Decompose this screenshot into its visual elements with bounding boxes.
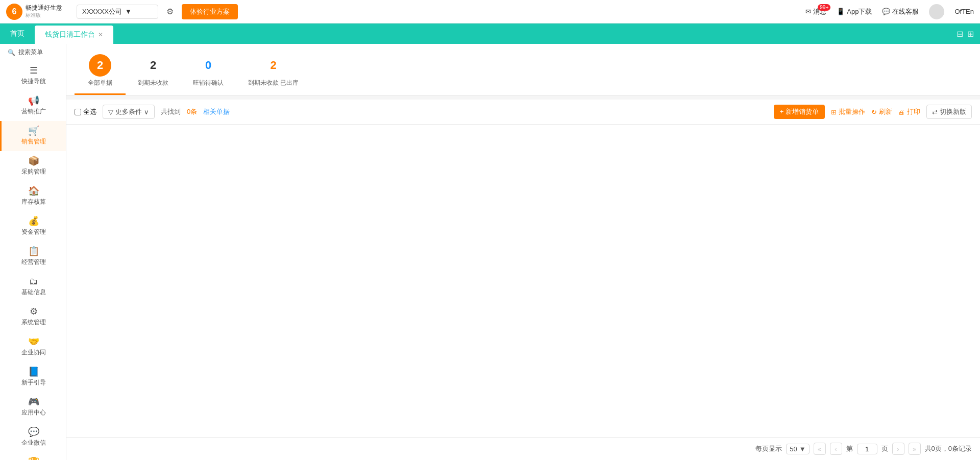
enterprise-icon: 🤝 [28,337,39,346]
wechat-icon: 💬 [28,427,39,437]
tab-close-icon[interactable]: ✕ [98,31,103,38]
select-all-input[interactable] [75,109,81,115]
sidebar-search[interactable]: 🔍 搜索菜单 [0,44,66,61]
print-button[interactable]: 🖨 打印 [898,107,920,116]
sidebar-item-label: 采购管理 [21,167,46,176]
management-icon: 📋 [28,247,39,256]
sidebar-item-label: 新手引导 [21,378,46,387]
sidebar-item-basics[interactable]: 🗂 基础信息 [0,272,66,302]
marketing-icon: 📢 [28,96,39,105]
user-name: OfTEn [954,8,974,15]
stat-tab-pending[interactable]: 0 旺辅待确认 [181,50,236,95]
first-page-button[interactable]: « [814,443,826,455]
tab-home-label: 首页 [10,29,24,38]
stat-tab-shipped[interactable]: 2 到期未收款 已出库 [236,50,311,95]
select-all-label: 全选 [83,107,96,116]
tab-workbench[interactable]: 钱货日清工作台 ✕ [35,26,113,44]
batch-button[interactable]: ⊞ 批量操作 [831,107,865,116]
tab-minimize-icon[interactable]: ⊟ [957,29,963,39]
batch-label: 批量操作 [839,107,865,116]
download-icon: 📱 [837,8,845,15]
tab-bar: 首页 钱货日清工作台 ✕ ⊟ ⊞ [0,23,980,44]
prev-page-button[interactable]: ‹ [830,443,842,455]
refresh-icon: ↻ [871,108,877,116]
sales-icon: 🛒 [28,126,39,135]
company-name: XXXXXX公司 [82,7,122,16]
toolbar: 全选 ▽ 更多条件 ∨ 共找到 0条 相关单据 + 新增销货单 ⊞ 批量操作 ↻… [66,100,980,125]
tab-home[interactable]: 首页 [0,23,35,44]
pagination: 每页显示 50 ▼ « ‹ 第 页 › » 共0页，0条记录 [66,437,980,460]
app-download-button[interactable]: 📱 App下载 [837,7,872,16]
sidebar-item-enterprise[interactable]: 🤝 企业协同 [0,332,66,362]
related-link[interactable]: 相关单据 [203,107,230,116]
refresh-label: 刷新 [879,107,892,116]
company-selector[interactable]: XXXXXX公司 ▼ [77,5,158,19]
header-right: ✉ 消息 99+ 📱 App下载 💬 在线客服 OfTEn [805,4,974,19]
found-prefix: 共找到 [161,107,181,116]
system-icon: ⚙ [30,307,38,316]
service-icon: 💬 [882,8,890,15]
add-sale-button[interactable]: + 新增销货单 [774,105,825,119]
sidebar-item-member[interactable]: 🏆 畅会员 [0,452,66,460]
tab-maximize-icon[interactable]: ⊞ [967,29,974,39]
sidebar-item-guide[interactable]: 📘 新手引导 [0,362,66,392]
stat-tab-all[interactable]: 2 全部单据 [75,50,126,95]
per-page-label: 每页显示 [755,444,782,453]
stat-number-pending: 0 [197,54,219,77]
per-page-chevron-icon: ▼ [799,445,806,453]
sidebar-item-inventory[interactable]: 🏠 库存核算 [0,181,66,211]
toolbar-right: + 新增销货单 ⊞ 批量操作 ↻ 刷新 🖨 打印 ⇄ 切换新版 [774,105,972,119]
sidebar-item-sales[interactable]: 🛒 销售管理 [0,121,66,151]
app-download-label: App下载 [847,7,872,16]
filter-icon: ▽ [108,108,113,116]
switch-icon: ⇄ [932,108,938,116]
sidebar-item-label: 应用中心 [21,408,46,417]
last-page-button[interactable]: » [909,443,921,455]
sidebar-item-label: 系统管理 [21,318,46,327]
avatar[interactable] [929,4,944,19]
sidebar-item-label: 企业微信 [21,439,46,447]
inventory-icon: 🏠 [28,186,39,196]
stat-label-shipped: 到期未收款 已出库 [248,79,299,87]
trial-button[interactable]: 体验行业方案 [182,4,238,19]
sidebar-item-finance[interactable]: 💰 资金管理 [0,211,66,241]
sidebar-item-system[interactable]: ⚙ 系统管理 [0,302,66,332]
stat-number-overdue: 2 [142,54,164,77]
filter-button[interactable]: ▽ 更多条件 ∨ [103,105,155,119]
message-badge: 99+ [818,4,830,11]
sidebar-item-wechat[interactable]: 💬 企业微信 [0,422,66,452]
refresh-button[interactable]: ↻ 刷新 [871,107,892,116]
filter-chevron-icon: ∨ [144,108,149,116]
sidebar-item-label: 快捷导航 [21,77,46,86]
print-icon: 🖨 [898,108,905,116]
found-count: 0条 [187,107,197,116]
sidebar-item-app-center[interactable]: 🎮 应用中心 [0,392,66,422]
sidebar-item-management[interactable]: 📋 经营管理 [0,241,66,272]
select-all-checkbox[interactable]: 全选 [75,107,96,116]
stat-label-overdue: 到期未收款 [138,79,168,87]
online-service-button[interactable]: 💬 在线客服 [882,7,919,16]
sidebar-item-marketing[interactable]: 📢 营销推广 [0,91,66,121]
switch-version-button[interactable]: ⇄ 切换新版 [926,105,972,119]
sidebar-item-label: 库存核算 [21,198,46,206]
logo-area: 6 畅捷通好生意 标准版 [6,4,72,20]
basics-icon: 🗂 [29,277,38,286]
sidebar-item-purchase[interactable]: 📦 采购管理 [0,151,66,181]
stat-tab-overdue[interactable]: 2 到期未收款 [126,50,181,95]
next-page-button[interactable]: › [892,443,904,455]
message-button[interactable]: ✉ 消息 99+ [805,7,826,16]
stat-number-all: 2 [89,54,111,77]
per-page-select[interactable]: 50 ▼ [786,444,809,454]
stat-number-shipped: 2 [262,54,285,77]
main-layout: 🔍 搜索菜单 ☰ 快捷导航 📢 营销推广 🛒 销售管理 📦 采购管理 🏠 库存核… [0,44,980,460]
print-label: 打印 [907,107,920,116]
page-input[interactable] [857,444,877,454]
finance-icon: 💰 [28,216,39,226]
quick-nav-icon: ☰ [30,66,38,75]
page-label: 第 [846,444,853,453]
message-icon: ✉ [805,8,811,15]
chevron-down-icon: ▼ [125,8,132,15]
stats-tabs: 2 全部单据 2 到期未收款 0 旺辅待确认 2 到期未收款 已出库 [66,44,980,95]
sidebar-item-quick-nav[interactable]: ☰ 快捷导航 [0,61,66,91]
settings-button[interactable]: ⚙ [162,4,178,19]
